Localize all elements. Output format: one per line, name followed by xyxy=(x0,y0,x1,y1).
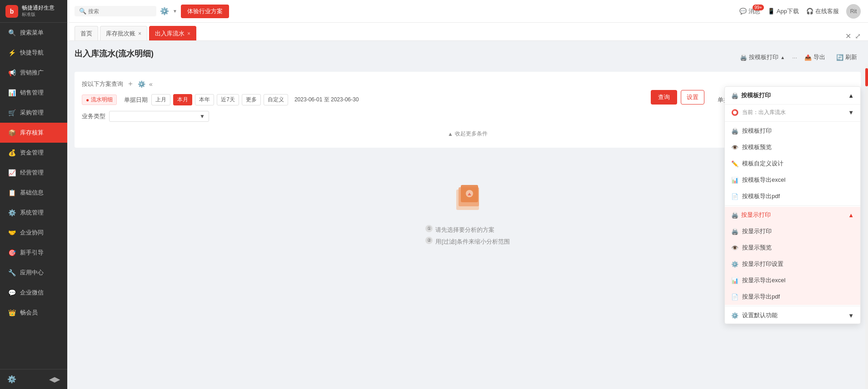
refresh-btn[interactable]: 🔄 刷新 xyxy=(833,51,861,63)
more-options-icon[interactable]: ··· xyxy=(792,54,797,61)
tab-inout-flow-close[interactable]: × xyxy=(187,30,190,37)
user-name: Rit xyxy=(850,8,857,15)
display-pdf-icon: 📄 xyxy=(731,294,738,300)
topbar-chevron-icon[interactable]: ▼ xyxy=(173,9,177,14)
sidebar-icon-13: 💬 xyxy=(7,288,16,297)
sidebar-item-13[interactable]: 💬 企业微信 xyxy=(0,283,67,303)
sidebar-item-9[interactable]: ⚙️ 系统管理 xyxy=(0,203,67,223)
dropdown-item-display-preview[interactable]: 👁️ 按显示预览 xyxy=(725,239,860,256)
filter-biz-type-item: 业务类型 ▼ xyxy=(82,111,209,122)
sidebar-item-6[interactable]: 💰 资金管理 xyxy=(0,143,67,163)
print-label: 按模板打印 xyxy=(749,53,778,61)
sidebar-label-1: 快捷导航 xyxy=(20,49,44,57)
filter-add-icon[interactable]: ＋ xyxy=(127,79,134,89)
tab-inout-flow[interactable]: 出入库流水 × xyxy=(149,26,196,40)
sidebar-icon-9: ⚙️ xyxy=(7,208,16,217)
search-box[interactable]: 🔍 xyxy=(75,6,156,16)
tab-inventory-batch[interactable]: 库存批次账 × xyxy=(100,26,147,40)
sidebar-icon-2: 📢 xyxy=(7,68,16,77)
sidebar-label-3: 销售管理 xyxy=(20,89,44,97)
current-chevron[interactable]: ▼ xyxy=(848,109,854,116)
display-print-header-icon: 🖨️ xyxy=(731,212,738,219)
template-preview-label: 按模板预览 xyxy=(742,143,772,151)
sidebar-label-7: 经营管理 xyxy=(20,169,44,177)
tip-2-text: 用[过滤]条件来缩小分析范围 xyxy=(435,236,509,248)
template-print-label: 按模板打印 xyxy=(742,127,772,135)
collapse-up-icon: ▲ xyxy=(448,131,453,137)
dropdown-header: 🖨️ 按模板打印 ▲ xyxy=(725,87,860,105)
tabs-right-controls: ✕ ⤢ xyxy=(845,32,861,40)
date-btn-more[interactable]: 更多 xyxy=(242,94,261,105)
app-download-btn[interactable]: 📱 App下载 xyxy=(768,7,799,15)
collapse-sidebar-icon[interactable]: ◀▶ xyxy=(49,375,60,384)
sidebar-nav: 🔍 搜索菜单 ⚡ 快捷导航 📢 营销推广 📊 销售管理 🛒 采购管理 📦 库存核… xyxy=(0,23,67,369)
filter-collapse-icon[interactable]: « xyxy=(149,80,153,88)
scrollbar-thumb[interactable] xyxy=(865,68,868,86)
query-btn[interactable]: 查询 xyxy=(651,90,677,105)
filter-tag[interactable]: ● 流水明细 xyxy=(82,95,117,105)
main-content: 🔍 ⚙️ ▼ 体验行业方案 💬 消息 99+ 📱 App下载 🎧 xyxy=(67,0,868,389)
dropdown-item-display-settings[interactable]: ⚙️ 按显示打印设置 xyxy=(725,256,860,272)
tab-close-all-icon[interactable]: ✕ xyxy=(845,32,851,40)
dropdown-item-template-print[interactable]: 🖨️ 按模板打印 xyxy=(725,123,860,139)
message-icon: 💬 xyxy=(739,8,747,15)
dropdown-item-template-preview[interactable]: 👁️ 按模板预览 xyxy=(725,139,860,155)
sidebar-item-14[interactable]: 👑 畅会员 xyxy=(0,303,67,323)
date-btn-last-month[interactable]: 上月 xyxy=(151,94,170,105)
dropdown-header-chevron[interactable]: ▲ xyxy=(848,92,854,99)
date-btn-7days[interactable]: 近7天 xyxy=(217,94,239,105)
sidebar-item-11[interactable]: 🎯 新手引导 xyxy=(0,243,67,263)
sidebar-label-12: 应用中心 xyxy=(20,269,44,277)
user-avatar[interactable]: Rit xyxy=(846,4,861,19)
dropdown-item-display-excel[interactable]: 📊 按显示导出excel xyxy=(725,272,860,289)
online-service-btn[interactable]: 🎧 在线客服 xyxy=(806,7,839,15)
tab-inout-flow-label: 出入库流水 xyxy=(155,30,185,38)
sidebar-item-8[interactable]: 📋 基础信息 xyxy=(0,183,67,203)
export-btn[interactable]: 📤 导出 xyxy=(801,51,829,63)
biz-type-select[interactable]: ▼ xyxy=(109,111,209,122)
sidebar-label-9: 系统管理 xyxy=(20,209,44,217)
sidebar-item-2[interactable]: 📢 营销推广 xyxy=(0,63,67,83)
scrollbar-track xyxy=(865,64,868,389)
sidebar-item-0[interactable]: 🔍 搜索菜单 xyxy=(0,23,67,43)
sidebar-item-4[interactable]: 🛒 采购管理 xyxy=(0,103,67,123)
dropdown-item-display-pdf[interactable]: 📄 按显示导出pdf xyxy=(725,289,860,305)
dropdown-item-template-design[interactable]: ✏️ 模板自定义设计 xyxy=(725,155,860,172)
dropdown-item-template-pdf[interactable]: 📄 按模板导出pdf xyxy=(725,188,860,204)
dropdown-item-display-print[interactable]: 🖨️ 按显示打印 xyxy=(725,223,860,239)
topbar-right: 💬 消息 99+ 📱 App下载 🎧 在线客服 Rit xyxy=(739,4,861,19)
sidebar-label-5: 库存核算 xyxy=(20,129,44,137)
tab-inventory-batch-close[interactable]: × xyxy=(138,30,141,37)
sidebar-item-10[interactable]: 🤝 企业协同 xyxy=(0,223,67,243)
date-btn-custom[interactable]: 自定义 xyxy=(264,94,288,105)
app-download-label: App下载 xyxy=(777,7,799,15)
topbar-gear-icon[interactable]: ⚙️ xyxy=(160,7,169,15)
display-print-chevron[interactable]: ▲ xyxy=(848,212,854,219)
settings-icon[interactable]: ⚙️ xyxy=(7,375,16,384)
sidebar-item-1[interactable]: ⚡ 快捷导航 xyxy=(0,43,67,63)
dropdown-item-default[interactable]: ⚙️ 设置默认功能 ▼ xyxy=(725,307,860,324)
sidebar-item-7[interactable]: 📈 经营管理 xyxy=(0,163,67,183)
filter-settings-icon[interactable]: ⚙️ xyxy=(138,80,145,88)
template-print-icon: 🖨️ xyxy=(731,128,738,135)
industry-btn[interactable]: 体验行业方案 xyxy=(181,5,229,18)
sidebar-item-5[interactable]: 📦 库存核算 xyxy=(0,123,67,143)
sidebar-item-3[interactable]: 📊 销售管理 xyxy=(0,83,67,103)
date-btn-this-month[interactable]: 本月 xyxy=(173,94,192,105)
sidebar-item-12[interactable]: 🔧 应用中心 xyxy=(0,263,67,283)
template-excel-icon: 📊 xyxy=(731,177,738,184)
date-btn-this-year[interactable]: 本年 xyxy=(195,94,214,105)
tab-expand-icon[interactable]: ⤢ xyxy=(855,32,861,40)
search-input[interactable] xyxy=(88,8,147,15)
print-btn[interactable]: 🖨️ 按模板打印 ▲ xyxy=(736,51,788,63)
settings-btn[interactable]: 设置 xyxy=(681,90,704,105)
message-btn[interactable]: 💬 消息 99+ xyxy=(739,7,760,15)
dropdown-display-print-header[interactable]: 🖨️ 按显示打印 ▲ xyxy=(725,207,860,223)
tab-home[interactable]: 首页 xyxy=(75,26,98,40)
dropdown-item-template-excel[interactable]: 📊 按模板导出excel xyxy=(725,172,860,188)
tip-1-text: 请先选择要分析的方案 xyxy=(435,224,494,236)
template-pdf-icon: 📄 xyxy=(731,193,738,200)
page-header: 出入库流水(流水明细) 🖨️ 按模板打印 ▲ ··· 📤 导出 🔄 xyxy=(75,48,861,66)
print-chevron-icon[interactable]: ▲ xyxy=(780,55,785,60)
template-pdf-label: 按模板导出pdf xyxy=(742,192,780,200)
